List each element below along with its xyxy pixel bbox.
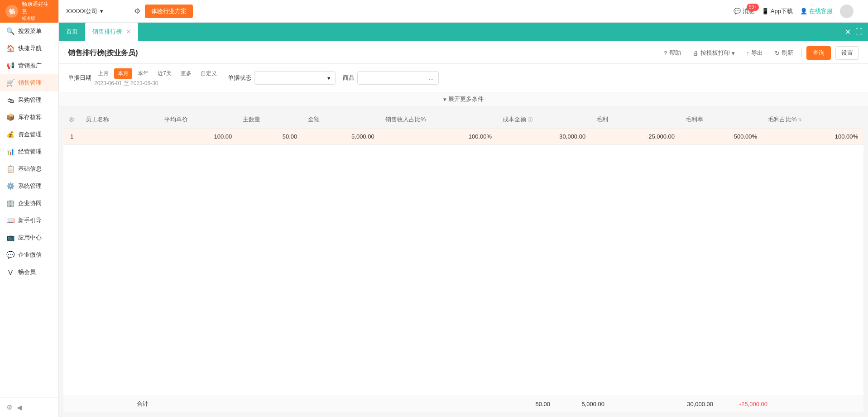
message-button[interactable]: 💬 消息 99+ (734, 7, 754, 15)
topbar-settings-icon[interactable]: ⚙ (134, 7, 140, 15)
sidebar-item-7[interactable]: 📊经营管理 (0, 143, 58, 160)
company-selector[interactable]: XXXXX公司 ▾ (66, 7, 129, 15)
tab-close-all-icon[interactable]: ✕ (845, 28, 851, 36)
tab-sales-ranking-label: 销售排行榜 (92, 28, 122, 36)
sidebar-label-2: 营销推广 (18, 62, 42, 70)
sidebar-item-3[interactable]: 🛒销售管理 (0, 74, 58, 91)
status-select[interactable]: ▾ (254, 71, 336, 85)
sidebar-label-0: 搜索菜单 (18, 27, 42, 35)
sidebar-item-8[interactable]: 📋基础信息 (0, 160, 58, 177)
settings-footer-icon[interactable]: ⚙ (6, 403, 12, 412)
date-buttons: 上月 本月 本年 近7天 更多 自定义 (94, 68, 221, 79)
page-header: 销售排行榜(按业务员) ? 帮助 🖨 按模板打印 ▾ ↑ 导出 ↻ 刷新 (59, 41, 868, 64)
sidebar-item-6[interactable]: 💰资金管理 (0, 126, 58, 143)
online-service-button[interactable]: 👤 在线客服 (800, 7, 833, 15)
sidebar-item-1[interactable]: 🏠快捷导航 (0, 40, 58, 57)
goods-input-value (362, 73, 427, 82)
goods-input[interactable]: ... (357, 71, 439, 85)
trial-button[interactable]: 体验行业方案 (145, 5, 193, 18)
date-btn-this-month[interactable]: 本月 (114, 68, 132, 79)
sidebar: 畅 畅康通好生意 标准版 🔍搜索菜单🏠快捷导航📢营销推广🛒销售管理🛍采购管理📦库… (0, 0, 59, 417)
date-btn-more[interactable]: 更多 (177, 68, 195, 79)
table-footer: 合计 50.00 5,000.00 30,000.00 -25,000.00 (63, 395, 863, 412)
col-gross: 毛利 (591, 111, 680, 129)
tab-sales-ranking[interactable]: 销售排行榜 ✕ (85, 23, 138, 41)
sidebar-label-10: 企业协同 (18, 199, 42, 207)
tab-home-label: 首页 (66, 28, 78, 36)
col-avg-price: 平均单价 (159, 111, 238, 129)
svg-text:畅: 畅 (9, 8, 15, 15)
help-icon: ? (664, 50, 667, 57)
sidebar-item-10[interactable]: 🏢企业协同 (0, 195, 58, 212)
sidebar-item-5[interactable]: 📦库存核算 (0, 109, 58, 126)
sidebar-nav: 🔍搜索菜单🏠快捷导航📢营销推广🛒销售管理🛍采购管理📦库存核算💰资金管理📊经营管理… (0, 23, 58, 397)
col-gear-icon[interactable]: ⚙ (69, 116, 75, 123)
sidebar-label-12: 应用中心 (18, 234, 42, 242)
status-select-value (259, 73, 326, 82)
sidebar-label-4: 采购管理 (18, 96, 42, 104)
sidebar-item-4[interactable]: 🛍采购管理 (0, 91, 58, 109)
logo-text: 畅康通好生意 (22, 1, 54, 15)
col-cost: 成本全额 ⓘ (497, 111, 591, 129)
sidebar-item-9[interactable]: ⚙️系统管理 (0, 177, 58, 195)
sidebar-footer: ⚙ ◀ (0, 397, 58, 417)
cell-cost: 30,000.00 (497, 129, 591, 145)
goods-input-icon: ... (429, 75, 434, 81)
tab-close-icon[interactable]: ✕ (126, 29, 131, 35)
col-settings: ⚙ (63, 111, 80, 129)
goods-filter: 商品 ... (343, 71, 439, 85)
footer-cost: 30,000.00 (668, 401, 713, 407)
sidebar-logo: 畅 畅康通好生意 标准版 (0, 0, 58, 23)
divider (801, 49, 802, 57)
sidebar-label-5: 库存核算 (18, 113, 42, 121)
tab-restore-icon[interactable]: ⛶ (855, 28, 863, 36)
sidebar-icon-9: ⚙️ (6, 182, 14, 190)
sidebar-item-13[interactable]: 💬企业微信 (0, 246, 58, 264)
date-btn-this-year[interactable]: 本年 (134, 68, 152, 79)
date-btn-7days[interactable]: 近7天 (154, 68, 175, 79)
sidebar-label-14: 畅会员 (18, 268, 36, 276)
date-filter-label: 单据日期 (68, 74, 91, 82)
logo-icon: 畅 (5, 4, 19, 19)
collapse-icon[interactable]: ◀ (17, 403, 22, 412)
page-actions: ? 帮助 🖨 按模板打印 ▾ ↑ 导出 ↻ 刷新 查询 设置 (660, 46, 859, 60)
cell-gross: -25,000.00 (591, 129, 680, 145)
col-sales-ratio: 销售收入占比% (380, 111, 497, 129)
sidebar-item-0[interactable]: 🔍搜索菜单 (0, 23, 58, 40)
refresh-button[interactable]: ↻ 刷新 (771, 47, 797, 59)
sidebar-label-13: 企业微信 (18, 251, 42, 259)
table-scroll[interactable]: ⚙ 员工名称 平均单价 主数量 全额 销售收入占比% 成本全额 ⓘ 毛利 毛利率… (63, 111, 863, 395)
export-button[interactable]: ↑ 导出 (743, 47, 767, 59)
cell-amount: 5,000.00 (302, 129, 379, 145)
table-head: ⚙ 员工名称 平均单价 主数量 全额 销售收入占比% 成本全额 ⓘ 毛利 毛利率… (63, 111, 863, 129)
table-row[interactable]: 1 100.00 50.00 5,000.00 100.00% 30,000.0… (63, 129, 863, 145)
message-icon: 💬 (734, 8, 741, 14)
sidebar-icon-2: 📢 (6, 62, 14, 70)
cell-rank: 1 (63, 129, 80, 145)
app-download-button[interactable]: 📱 App下载 (762, 7, 793, 15)
col-gross-ratio: 毛利占比%⇅ (762, 111, 863, 129)
expand-icon: ▾ (443, 96, 446, 103)
logo-sub: 标准版 (22, 15, 54, 22)
date-btn-custom[interactable]: 自定义 (197, 68, 221, 79)
sidebar-icon-4: 🛍 (6, 96, 14, 104)
expand-button[interactable]: ▾ 展开更多条件 (443, 95, 484, 103)
sidebar-item-14[interactable]: V畅会员 (0, 264, 58, 281)
sidebar-icon-1: 🏠 (6, 44, 14, 53)
avatar[interactable] (840, 5, 854, 18)
settings-button[interactable]: 设置 (835, 46, 859, 60)
sidebar-item-12[interactable]: 📺应用中心 (0, 229, 58, 246)
tabbar: 首页 销售排行榜 ✕ ✕ ⛶ (59, 23, 868, 41)
company-name: XXXXX公司 (66, 7, 97, 15)
sidebar-icon-12: 📺 (6, 234, 14, 242)
sidebar-item-11[interactable]: 📖新手引导 (0, 212, 58, 229)
sidebar-item-2[interactable]: 📢营销推广 (0, 57, 58, 74)
print-button[interactable]: 🖨 按模板打印 ▾ (689, 47, 739, 59)
col-gross-rate: 毛利率 (680, 111, 762, 129)
tab-home[interactable]: 首页 (59, 23, 85, 41)
help-button[interactable]: ? 帮助 (660, 47, 684, 59)
goods-filter-label: 商品 (343, 74, 355, 82)
date-btn-last-month[interactable]: 上月 (94, 68, 112, 79)
print-dropdown-icon: ▾ (732, 50, 735, 57)
query-button[interactable]: 查询 (806, 46, 831, 60)
